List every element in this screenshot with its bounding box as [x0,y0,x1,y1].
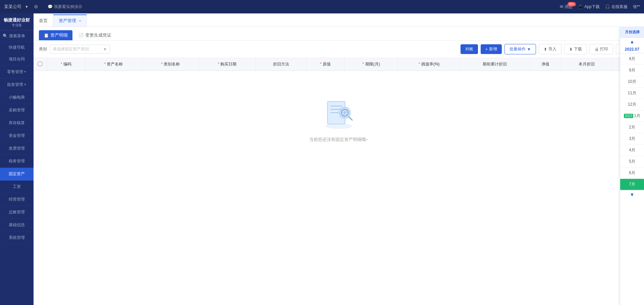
current-year-display: 2022.07 [620,46,644,53]
sub-tab-bar: 📋 资产明细 📄 变更生成凭证 [34,27,644,41]
add-icon: + [485,47,488,52]
sidebar-item-basic[interactable]: 基础信息 [0,219,34,232]
sidebar-item-inventory[interactable]: 库存核算 [0,117,34,130]
sidebar-item-label-retail: 零售管理 [7,69,23,75]
sub-tab-voucher-icon: 📄 [78,33,84,38]
quick-nav-button[interactable]: 快捷导航 [0,42,34,53]
sidebar-item-label-operations: 经营管理 [9,197,25,202]
main-layout: 畅捷通好业财 专业版 🔍 搜索菜单 快捷导航 项目合同零售管理▼批发管理▼小畅电… [0,13,644,305]
print-button[interactable]: 🖨 打印 [590,44,613,54]
select-all-checkbox[interactable] [38,62,42,66]
empty-illustration [319,91,359,131]
top-bar-right: ✉ 消息 99+ 📱 App下载 🎧 在线客服 张** [560,4,640,10]
sidebar-item-wholesale[interactable]: 批发管理▼ [0,79,34,91]
import-label: 导入 [548,46,556,52]
sidebar-item-tax[interactable]: 税务管理 [0,155,34,168]
asset-table: * 编码 * 资产名称 * 类别名称 * 购买日期 折旧方法 * 原值 * 期限… [34,58,644,71]
month-item-8[interactable]: 8月 [620,53,644,65]
company-dropdown-icon[interactable]: ▼ [25,5,29,9]
sidebar-item-label-system: 系统管理 [9,235,25,241]
col-depreciation-method: 折旧方法 [256,58,306,71]
month-item-4[interactable]: 4月 [620,145,644,156]
toolbar-right: 对账 + 新增 批量操作 ▼ ⬆ 导入 ⬇ 下载 [461,44,639,54]
tab-label: 资产管理 [59,18,76,24]
sub-tab-voucher-label: 变更生成凭证 [85,32,111,38]
category-label: 类别 [39,46,47,52]
service-label: 在线客服 [611,4,628,10]
demo-link[interactable]: 💬 我要看实例演示 [48,4,82,10]
batch-operation-button[interactable]: 批量操作 ▼ [504,44,536,54]
col-period: * 期限(月) [344,58,398,71]
tab-close-icon[interactable]: × [79,18,81,23]
category-select[interactable]: 请选择固定资产类别 ▼ [50,45,110,54]
import-button[interactable]: ⬆ 导入 [539,44,561,54]
demo-label: 我要看实例演示 [54,4,82,10]
month-item-10[interactable]: 10月 [620,76,644,88]
download-button[interactable]: ⬇ 下载 [564,44,587,54]
sidebar-item-project[interactable]: 项目合同 [0,53,34,66]
sidebar-item-finance[interactable]: 资金管理 [0,130,34,142]
month-item-12[interactable]: 12月 [620,99,644,110]
sidebar-item-label-ecommerce: 小畅电商 [9,95,25,100]
arrow-icon: ▼ [24,70,27,73]
col-category: * 类别名称 [142,58,199,71]
content-area: 首页 资产管理 × 📋 资产明细 📄 变更生成凭证 [34,13,644,305]
month-item-5[interactable]: 5月 [620,156,644,167]
print-icon: 🖨 [595,47,599,52]
sidebar-item-salary[interactable]: 工资 [0,181,34,193]
sidebar-item-system[interactable]: 系统管理 [0,232,34,244]
col-accumulated: 期初累计折旧 [460,58,530,71]
month-item-6[interactable]: 6月 [620,167,644,179]
month-item-2[interactable]: 2月 [620,122,644,133]
sidebar-item-label-purchase: 采购管理 [9,107,25,113]
toolbar-left: 类别 请选择固定资产类别 ▼ [39,45,110,54]
add-button[interactable]: + 新增 [481,44,502,54]
sub-tab-voucher[interactable]: 📄 变更生成凭证 [74,30,116,40]
month-nav-down-button[interactable]: ▼ [630,192,635,197]
app-edition: 专业版 [3,23,31,28]
sidebar-item-purchase[interactable]: 采购管理 [0,104,34,117]
month-nav-up: ▲ [620,38,644,46]
sidebar: 畅捷通好业财 专业版 🔍 搜索菜单 快捷导航 项目合同零售管理▼批发管理▼小畅电… [0,13,34,305]
sidebar-item-ledger[interactable]: 总账管理 [0,206,34,219]
tab-asset-management[interactable]: 资产管理 × [53,14,87,27]
month-nav-up-button[interactable]: ▲ [630,39,635,44]
import-icon: ⬆ [544,47,547,52]
sidebar-item-label-basic: 基础信息 [9,222,25,228]
sidebar-brand: 畅捷通好业财 专业版 [0,13,34,31]
sub-tab-detail-label: 资产明细 [50,32,68,38]
month-selector-header: 月份选择 [620,27,644,38]
batch-label: 批量操作 [509,46,526,52]
sidebar-item-operations[interactable]: 经营管理 [0,193,34,206]
arrow-icon: ▼ [24,83,27,86]
sidebar-item-ecommerce[interactable]: 小畅电商 [0,91,34,104]
search-icon: 🔍 [3,34,8,38]
month-item-1[interactable]: 20231月 [620,110,644,122]
empty-state: 当前您还没有固定资产明细哦~ [34,71,644,156]
batch-arrow-icon: ▼ [527,47,531,52]
month-item-3[interactable]: 3月 [620,133,644,145]
sidebar-item-fixed_assets[interactable]: 固定资产 [0,168,34,181]
sidebar-item-invoice[interactable]: 发票管理 [0,142,34,155]
month-item-9[interactable]: 9月 [620,65,644,76]
month-selector: 月份选择 ▲ 2022.07 8月9月10月11月12月20231月2月3月4月… [620,27,644,305]
download-label: 下载 [574,46,582,52]
sidebar-nav: 项目合同零售管理▼批发管理▼小畅电商采购管理库存核算资金管理发票管理税务管理固定… [0,53,34,244]
search-menu-button[interactable]: 🔍 搜索菜单 [0,31,34,42]
service-button[interactable]: 🎧 在线客服 [605,4,628,10]
message-button[interactable]: ✉ 消息 99+ [560,4,573,10]
sub-tab-detail[interactable]: 📋 资产明细 [39,30,72,40]
month-item-7[interactable]: 7月 [620,179,644,190]
sidebar-item-label-invoice: 发票管理 [9,146,25,151]
settings-icon[interactable]: ⚙ [34,4,38,9]
month-list: 8月9月10月11月12月20231月2月3月4月5月6月7月 [620,53,644,190]
top-bar: 某某公司 ▼ ⚙ 💬 我要看实例演示 ✉ 消息 99+ 📱 App下载 🎧 在线… [0,0,644,13]
sidebar-item-retail[interactable]: 零售管理▼ [0,66,34,79]
service-icon: 🎧 [605,4,610,9]
month-item-11[interactable]: 11月 [620,88,644,99]
reconcile-button[interactable]: 对账 [461,44,478,54]
tab-home[interactable]: 首页 [34,15,53,27]
table-wrapper: * 编码 * 资产名称 * 类别名称 * 购买日期 折旧方法 * 原值 * 期限… [34,58,644,305]
empty-text: 当前您还没有固定资产明细哦~ [309,137,369,143]
app-download-button[interactable]: 📱 App下载 [578,4,599,10]
